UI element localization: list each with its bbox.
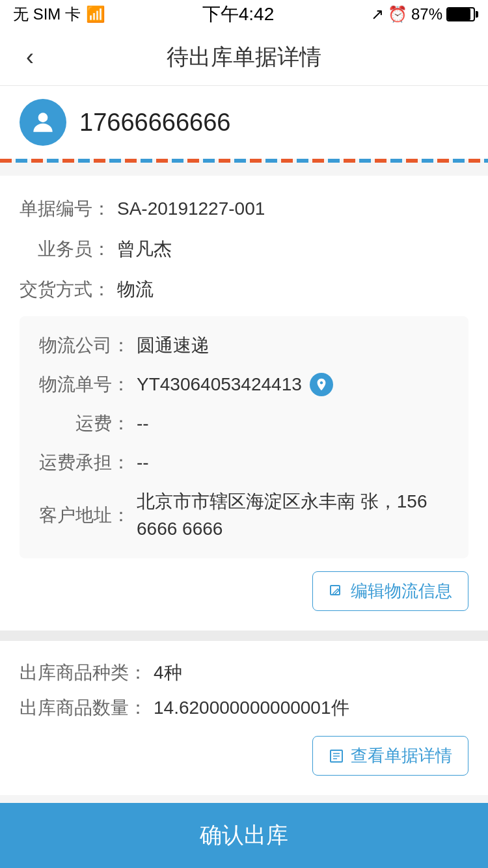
customer-address-row: 客户地址： 北京市市辖区海淀区永丰南 张，156 6666 6666 — [39, 488, 449, 543]
section-divider — [0, 631, 488, 641]
goods-quantity-value: 14.620000000000001件 — [147, 696, 349, 720]
logistics-company-label: 物流公司： — [39, 332, 130, 359]
user-phone: 17666666666 — [79, 109, 230, 137]
carrier-label: 无 SIM 卡 — [13, 4, 81, 25]
freight-value: -- — [130, 410, 449, 437]
dashed-divider — [0, 159, 488, 163]
svg-rect-1 — [331, 586, 340, 595]
goods-quantity-label: 出库商品数量： — [20, 696, 147, 720]
avatar — [20, 99, 66, 146]
list-icon — [329, 748, 344, 764]
nav-title: 待出库单据详情 — [167, 42, 321, 72]
svg-point-0 — [38, 113, 48, 122]
freight-bearer-row: 运费承担： -- — [39, 449, 449, 476]
delivery-method-row: 交货方式： 物流 — [20, 276, 468, 303]
freight-bearer-value: -- — [130, 449, 449, 476]
freight-bearer-label: 运费承担： — [39, 449, 130, 476]
basic-info-section: 单据编号： SA-20191227-001 业务员： 曾凡杰 交货方式： 物流 … — [0, 176, 488, 631]
wifi-icon: 📶 — [86, 5, 105, 23]
logistics-tracking-row: 物流单号： YT43064053424413 — [39, 371, 449, 398]
edit-logistics-button[interactable]: 编辑物流信息 — [312, 571, 468, 611]
goods-types-value: 4种 — [147, 660, 182, 685]
salesman-label: 业务员： — [20, 236, 111, 263]
battery-icon — [446, 7, 475, 21]
view-details-button[interactable]: 查看单据详情 — [312, 736, 468, 776]
edit-logistics-container: 编辑物流信息 — [20, 571, 468, 611]
back-button[interactable]: ‹ — [20, 37, 40, 77]
delivery-method-label: 交货方式： — [20, 276, 111, 303]
salesman-row: 业务员： 曾凡杰 — [20, 236, 468, 263]
map-pin-icon — [314, 377, 329, 392]
logistics-tracking-label: 物流单号： — [39, 371, 130, 398]
status-left: 无 SIM 卡 📶 — [13, 4, 105, 25]
customer-address-label: 客户地址： — [39, 502, 130, 529]
logistics-company-value: 圆通速递 — [130, 332, 449, 359]
status-time: 下午4:42 — [202, 2, 275, 27]
delivery-method-value: 物流 — [111, 276, 468, 303]
tracking-location-icon[interactable] — [310, 373, 333, 396]
view-details-label: 查看单据详情 — [351, 744, 452, 767]
salesman-value: 曾凡杰 — [111, 236, 468, 263]
view-details-container: 查看单据详情 — [20, 736, 468, 776]
goods-info-section: 出库商品种类： 4种 出库商品数量： 14.620000000000001件 查… — [0, 641, 488, 795]
goods-quantity-row: 出库商品数量： 14.620000000000001件 — [20, 696, 468, 720]
customer-address-value: 北京市市辖区海淀区永丰南 张，156 6666 6666 — [130, 488, 449, 543]
location-status-icon: ↗ — [371, 5, 384, 23]
goods-types-label: 出库商品种类： — [20, 660, 147, 685]
confirm-bar[interactable]: 确认出库 — [0, 803, 488, 868]
document-no-row: 单据编号： SA-20191227-001 — [20, 195, 468, 223]
edit-icon — [329, 584, 344, 599]
document-no-label: 单据编号： — [20, 195, 111, 223]
document-no-value: SA-20191227-001 — [111, 195, 468, 223]
person-icon — [29, 108, 57, 137]
logistics-company-row: 物流公司： 圆通速递 — [39, 332, 449, 359]
status-bar: 无 SIM 卡 📶 下午4:42 ↗ ⏰ 87% — [0, 0, 488, 29]
confirm-button-label: 确认出库 — [200, 821, 288, 850]
battery-percentage: 87% — [411, 5, 442, 23]
tracking-number: YT43064053424413 — [137, 371, 302, 398]
nav-bar: ‹ 待出库单据详情 — [0, 29, 488, 86]
alarm-icon: ⏰ — [388, 5, 407, 23]
status-right: ↗ ⏰ 87% — [371, 5, 475, 23]
edit-logistics-label: 编辑物流信息 — [351, 580, 452, 603]
logistics-card: 物流公司： 圆通速递 物流单号： YT43064053424413 运费： -- — [20, 316, 468, 558]
goods-types-row: 出库商品种类： 4种 — [20, 660, 468, 685]
freight-label: 运费： — [39, 410, 130, 437]
logistics-tracking-value: YT43064053424413 — [130, 371, 449, 398]
freight-row: 运费： -- — [39, 410, 449, 437]
user-header: 17666666666 — [0, 86, 488, 159]
